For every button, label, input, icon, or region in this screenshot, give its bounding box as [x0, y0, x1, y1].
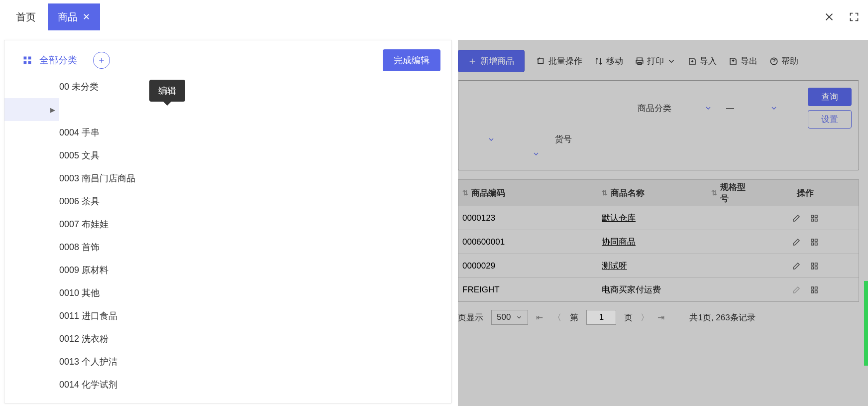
category-label: 0014 化学试剂: [59, 379, 117, 391]
svg-rect-23: [811, 290, 814, 293]
cell-code: FREIGHT: [462, 285, 500, 295]
svg-rect-20: [815, 267, 818, 269]
tab-home[interactable]: 首页: [4, 10, 48, 24]
panel-header: 全部分类 完成编辑: [4, 40, 451, 77]
cell-name[interactable]: 测试呀: [602, 260, 627, 271]
add-category-button[interactable]: [93, 52, 110, 69]
row-edit-icon[interactable]: [792, 238, 801, 247]
category-item[interactable]: 0013 个人护洁: [4, 350, 451, 373]
fullscreen-icon[interactable]: [843, 6, 865, 28]
category-label: 0011 进口食品: [59, 310, 117, 322]
category-item[interactable]: 0008 首饰: [4, 236, 451, 259]
page-input[interactable]: [586, 310, 616, 325]
category-item[interactable]: 0012 洗衣粉: [4, 327, 451, 350]
filter-huohao-label: 货号: [555, 134, 590, 145]
table-row[interactable]: FREIGHT 电商买家付运费: [458, 277, 859, 301]
move-button[interactable]: 移动: [594, 55, 623, 67]
sort-icon[interactable]: ⇅: [462, 189, 468, 197]
category-item[interactable]: 0006 茶具: [4, 190, 451, 213]
setting-button[interactable]: 设置: [808, 110, 852, 129]
print-label: 打印: [647, 55, 664, 67]
row-edit-icon[interactable]: [792, 262, 801, 271]
svg-rect-16: [815, 243, 818, 245]
category-item[interactable]: 0005 文具: [4, 144, 451, 167]
product-table: ⇅商品编码 ⇅商品名称 ⇅规格型号 操作 0000123 默认仓库 000600…: [458, 179, 859, 302]
close-icon[interactable]: ✕: [83, 11, 90, 22]
filter-panel: 商品分类 — 查询 设置 货号: [458, 80, 859, 170]
query-button[interactable]: 查询: [808, 88, 852, 106]
close-all-icon[interactable]: [818, 6, 840, 28]
category-label: 0013 个人护洁: [59, 356, 117, 368]
all-categories-label[interactable]: 全部分类: [39, 54, 77, 67]
category-item[interactable]: 0010 其他: [4, 281, 451, 304]
pagination: 页显示 500 ⇤ 〈 第 页 〉 ⇥ 共1页, 263条记录: [458, 302, 859, 333]
export-button[interactable]: 导出: [729, 55, 758, 67]
category-label: 0003 南昌门店商品: [59, 172, 135, 184]
page-prefix: 第: [570, 312, 578, 323]
last-page-icon[interactable]: ⇥: [657, 312, 666, 323]
header-spec: 规格型号: [720, 181, 752, 204]
category-item[interactable]: 00 未分类: [4, 75, 451, 98]
svg-rect-28: [28, 61, 31, 64]
caret-right-icon: ▶: [50, 106, 55, 114]
row-more-icon[interactable]: [810, 214, 819, 223]
category-item[interactable]: 0011 进口食品: [4, 304, 451, 327]
filter-category-select-to[interactable]: [748, 104, 778, 112]
prev-page-icon[interactable]: 〈: [553, 312, 562, 323]
svg-rect-4: [538, 58, 543, 64]
category-label: 0005 文具: [59, 149, 100, 161]
filter-unknown-select[interactable]: [465, 135, 495, 143]
category-item[interactable]: 0007 布娃娃: [4, 213, 451, 236]
cell-name[interactable]: 协同商品: [602, 236, 636, 248]
svg-rect-11: [811, 219, 814, 221]
move-label: 移动: [606, 55, 623, 67]
svg-rect-10: [815, 215, 818, 218]
filter-cut-select[interactable]: [510, 150, 540, 158]
cell-name[interactable]: 默认仓库: [602, 212, 636, 224]
tab-product[interactable]: 商品 ✕: [48, 3, 100, 30]
category-item[interactable]: 0004 手串: [4, 121, 451, 144]
cell-code: 0000123: [462, 213, 495, 223]
row-edit-icon: [792, 285, 801, 294]
svg-rect-12: [815, 219, 818, 221]
toolbar: 新增商品 批量操作 移动 打印 导入 导出 帮助: [458, 48, 859, 80]
table-row[interactable]: 000600001 协同商品: [458, 230, 859, 254]
row-more-icon[interactable]: [810, 285, 819, 294]
svg-rect-24: [815, 290, 818, 293]
print-button[interactable]: 打印: [635, 55, 676, 67]
help-button[interactable]: 帮助: [769, 55, 798, 67]
filter-category-select-from[interactable]: [682, 104, 712, 112]
svg-rect-19: [811, 267, 814, 269]
svg-rect-27: [24, 61, 27, 64]
category-label: 00 未分类: [59, 81, 99, 93]
new-product-button[interactable]: 新增商品: [458, 50, 525, 72]
table-row[interactable]: 0000123 默认仓库: [458, 206, 859, 230]
svg-rect-9: [811, 215, 814, 218]
top-right-controls: [818, 0, 868, 34]
category-panel: 全部分类 完成编辑 00 未分类▶ 0001 一级 0004 手串0005 文具…: [4, 40, 452, 404]
new-product-label: 新增商品: [480, 55, 514, 67]
row-more-icon[interactable]: [810, 238, 819, 247]
done-edit-button[interactable]: 完成编辑: [383, 49, 440, 71]
category-label: 0007 布娃娃: [59, 218, 108, 230]
category-item[interactable]: ▶ 0001 一级: [4, 98, 59, 121]
first-page-icon[interactable]: ⇤: [536, 312, 545, 323]
import-button[interactable]: 导入: [688, 55, 717, 67]
category-tree[interactable]: 00 未分类▶ 0001 一级 0004 手串0005 文具0003 南昌门店商…: [4, 75, 451, 403]
category-item[interactable]: 0003 南昌门店商品: [4, 167, 451, 190]
dash: —: [726, 104, 734, 113]
next-page-icon[interactable]: 〉: [641, 312, 650, 323]
category-label: 0009 原材料: [59, 264, 108, 276]
batch-button[interactable]: 批量操作: [537, 55, 582, 67]
category-item[interactable]: 0009 原材料: [4, 259, 451, 281]
sort-icon[interactable]: ⇅: [602, 189, 608, 197]
filter-category-label: 商品分类: [638, 103, 672, 114]
category-label: 0006 茶具: [59, 195, 100, 207]
category-item[interactable]: 0014 化学试剂: [4, 373, 451, 396]
row-edit-icon[interactable]: [792, 214, 801, 223]
table-row[interactable]: 0000029 测试呀: [458, 254, 859, 277]
svg-rect-18: [815, 263, 818, 266]
sort-icon[interactable]: ⇅: [711, 189, 717, 197]
per-page-select[interactable]: 500: [491, 310, 528, 325]
row-more-icon[interactable]: [810, 262, 819, 271]
